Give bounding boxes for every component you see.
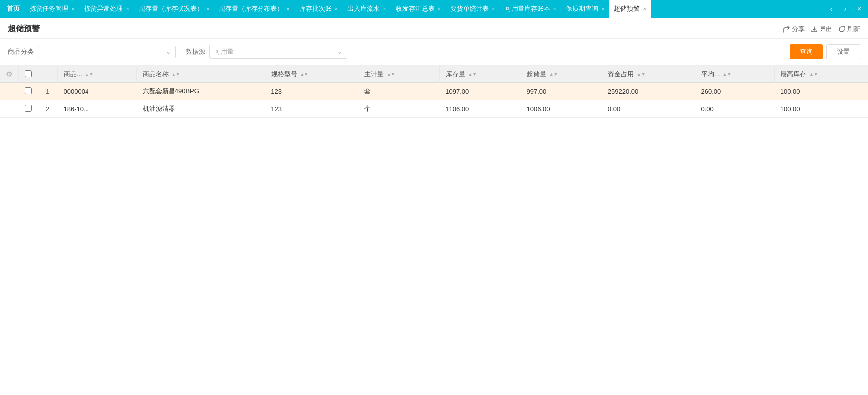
table-row: 1 0000004 六配套新昌490BPG 123 套 1097.00 997.… bbox=[0, 83, 868, 100]
close-icon[interactable]: × bbox=[335, 6, 338, 12]
filter-buttons: 查询 设置 bbox=[790, 44, 860, 59]
col-check-header bbox=[19, 66, 38, 83]
row-checkbox-cell bbox=[19, 100, 38, 118]
export-button[interactable]: 导出 bbox=[811, 25, 832, 34]
main-content: 超储预警 分享 导出 刷新 商品 bbox=[0, 18, 868, 395]
refresh-icon bbox=[838, 26, 845, 33]
sort-arrows-icon: ▲▼ bbox=[549, 72, 558, 77]
row-over: 1006.00 bbox=[521, 100, 602, 118]
product-category-select[interactable]: ⌄ bbox=[38, 46, 176, 58]
col-over-header[interactable]: 超储量 ▲▼ bbox=[521, 66, 602, 83]
table-header-row: ⚙ 商品... ▲▼ 商品名称 ▲▼ 规格型号 bbox=[0, 66, 868, 83]
table-row: 2 186-10... 机油滤清器 123 个 1106.00 1006.00 … bbox=[0, 100, 868, 118]
row-stock: 1106.00 bbox=[439, 100, 521, 118]
close-icon[interactable]: × bbox=[206, 6, 209, 12]
row-num: 1 bbox=[38, 83, 58, 100]
col-spec-header[interactable]: 规格型号 ▲▼ bbox=[265, 66, 358, 83]
row-unit: 套 bbox=[358, 83, 439, 100]
sort-arrows-icon: ▲▼ bbox=[637, 72, 646, 77]
data-source-label: 数据源 bbox=[186, 47, 205, 56]
row-checkbox[interactable] bbox=[25, 105, 32, 112]
product-category-filter: 商品分类 ⌄ bbox=[8, 46, 176, 58]
table-container: ⚙ 商品... ▲▼ 商品名称 ▲▼ 规格型号 bbox=[0, 66, 868, 118]
tab-8[interactable]: 要货单统计表 × bbox=[445, 0, 500, 18]
tab-6[interactable]: 出入库流水 × bbox=[343, 0, 391, 18]
share-button[interactable]: 分享 bbox=[783, 25, 805, 34]
close-icon[interactable]: × bbox=[126, 6, 129, 12]
query-button[interactable]: 查询 bbox=[790, 44, 823, 59]
row-gear-cell bbox=[0, 100, 19, 118]
row-over: 997.00 bbox=[521, 83, 602, 100]
close-icon[interactable]: × bbox=[553, 6, 556, 12]
sort-arrows-icon: ▲▼ bbox=[468, 72, 477, 77]
filter-area: 商品分类 ⌄ 数据源 可用量 ⌄ 查询 设置 bbox=[0, 39, 868, 65]
col-num-header bbox=[38, 66, 58, 83]
share-icon bbox=[783, 26, 790, 33]
page-header: 超储预警 分享 导出 刷新 bbox=[0, 18, 868, 39]
tab-3[interactable]: 现存量（库存状况表） × bbox=[134, 0, 214, 18]
row-product-name: 机油滤清器 bbox=[137, 100, 265, 118]
tab-11[interactable]: 超储预警 × bbox=[609, 0, 651, 18]
close-icon[interactable]: × bbox=[643, 6, 646, 12]
col-gear: ⚙ bbox=[0, 66, 19, 83]
data-source-value: 可用量 bbox=[215, 47, 234, 56]
nav-bar: 首页 拣货任务管理 × 拣货异常处理 × 现存量（库存状况表） × 现存量（库存… bbox=[0, 0, 868, 18]
col-unit-header[interactable]: 主计量 ▲▼ bbox=[358, 66, 439, 83]
col-product-code-header[interactable]: 商品... ▲▼ bbox=[58, 66, 137, 83]
row-gear-cell bbox=[0, 83, 19, 100]
close-icon[interactable]: × bbox=[286, 6, 289, 12]
row-product-name: 六配套新昌490BPG bbox=[137, 83, 265, 100]
refresh-button[interactable]: 刷新 bbox=[838, 25, 860, 34]
tab-7[interactable]: 收发存汇总表 × bbox=[391, 0, 445, 18]
row-capital: 0.00 bbox=[602, 100, 695, 118]
tab-10[interactable]: 保质期查询 × bbox=[561, 0, 609, 18]
col-product-name-header[interactable]: 商品名称 ▲▼ bbox=[137, 66, 265, 83]
chevron-down-icon: ⌄ bbox=[337, 48, 342, 55]
nav-close-button[interactable]: × bbox=[852, 0, 866, 18]
page-title: 超储预警 bbox=[8, 24, 40, 34]
tab-5[interactable]: 库存批次账 × bbox=[295, 0, 343, 18]
sort-arrows-icon: ▲▼ bbox=[85, 72, 93, 77]
row-unit: 个 bbox=[358, 100, 439, 118]
row-product-code: 0000004 bbox=[58, 83, 137, 100]
row-spec: 123 bbox=[265, 100, 358, 118]
col-capital-header[interactable]: 资金占用 ▲▼ bbox=[602, 66, 695, 83]
nav-arrows: ‹ › × bbox=[825, 0, 866, 18]
close-icon[interactable]: × bbox=[437, 6, 440, 12]
sort-arrows-icon: ▲▼ bbox=[300, 72, 308, 77]
close-icon[interactable]: × bbox=[492, 6, 495, 12]
header-actions: 分享 导出 刷新 bbox=[783, 25, 860, 34]
nav-home[interactable]: 首页 bbox=[2, 0, 25, 18]
sort-arrows-icon: ▲▼ bbox=[172, 72, 180, 77]
close-icon[interactable]: × bbox=[601, 6, 604, 12]
gear-icon[interactable]: ⚙ bbox=[6, 70, 12, 78]
col-stock-header[interactable]: 库存量 ▲▼ bbox=[439, 66, 521, 83]
data-source-select[interactable]: 可用量 ⌄ bbox=[209, 45, 347, 59]
row-avg: 0.00 bbox=[695, 100, 775, 118]
row-checkbox[interactable] bbox=[25, 87, 32, 94]
row-avg: 260.00 bbox=[695, 83, 775, 100]
tab-4[interactable]: 现存量（库存分布表） × bbox=[214, 0, 294, 18]
table-body: 1 0000004 六配套新昌490BPG 123 套 1097.00 997.… bbox=[0, 83, 868, 118]
tab-9[interactable]: 可用量库存账本 × bbox=[500, 0, 561, 18]
data-source-filter: 数据源 可用量 ⌄ bbox=[186, 45, 347, 59]
col-max-header[interactable]: 最高库存 ▲▼ bbox=[775, 66, 868, 83]
close-icon[interactable]: × bbox=[383, 6, 386, 12]
row-stock: 1097.00 bbox=[439, 83, 521, 100]
nav-prev-button[interactable]: ‹ bbox=[825, 0, 838, 18]
col-avg-header[interactable]: 平均... ▲▼ bbox=[695, 66, 775, 83]
tab-2[interactable]: 拣货异常处理 × bbox=[79, 0, 133, 18]
chevron-down-icon: ⌄ bbox=[166, 48, 171, 55]
sort-arrows-icon: ▲▼ bbox=[809, 72, 818, 77]
close-icon[interactable]: × bbox=[71, 6, 74, 12]
tab-1[interactable]: 拣货任务管理 × bbox=[25, 0, 79, 18]
product-category-label: 商品分类 bbox=[8, 47, 34, 56]
data-table: ⚙ 商品... ▲▼ 商品名称 ▲▼ 规格型号 bbox=[0, 66, 868, 118]
row-spec: 123 bbox=[265, 83, 358, 100]
row-product-code: 186-10... bbox=[58, 100, 137, 118]
nav-next-button[interactable]: › bbox=[838, 0, 852, 18]
export-icon bbox=[811, 26, 818, 33]
row-max-stock: 100.00 bbox=[775, 83, 868, 100]
settings-button[interactable]: 设置 bbox=[826, 44, 860, 59]
select-all-checkbox[interactable] bbox=[25, 70, 32, 77]
